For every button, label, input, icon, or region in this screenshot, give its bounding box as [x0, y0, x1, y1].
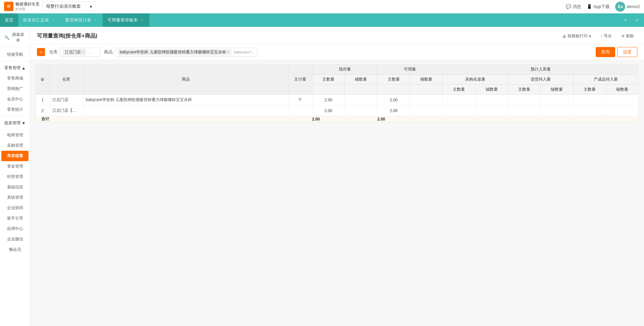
tab-available[interactable]: 可用量库存账本 × [103, 13, 149, 27]
logo-icon: 好 [4, 2, 13, 11]
th-ip-aux2: 辅数量 [541, 85, 573, 95]
message-label: 消息 [573, 4, 581, 10]
tab-available-close[interactable]: × [140, 18, 145, 22]
inventory-table: ⚙ 仓库 商品 主计量 现存量 [36, 64, 638, 122]
tab-receipts[interactable]: 收发存汇总表 × [18, 13, 60, 27]
search-menu-btn[interactable]: 🔍 搜索菜单 [3, 30, 27, 45]
settings-button[interactable]: 设置 [617, 47, 637, 57]
sidebar-item-app-center[interactable]: 应用中心 [0, 224, 30, 234]
sidebar-item-marketing[interactable]: 营销推广 [0, 84, 30, 94]
inventory-label: 库存核算 [7, 153, 23, 158]
sidebar-item-wholesale-mgmt[interactable]: 批发管理 ▼ [0, 118, 30, 128]
warehouse-tag: 江北门店 × [63, 49, 86, 55]
sidebar-item-retail-mgmt[interactable]: 零售管理 ▲ [0, 63, 30, 73]
cell-unit [288, 105, 312, 116]
tab-receipts-close[interactable]: × [51, 18, 56, 22]
query-button[interactable]: 查询 [596, 47, 615, 57]
product-tag-text: babycare学饮杯 儿童防摔防撞吸管杯重力球吸嘴杯宝宝水杯 [120, 49, 226, 55]
cell-stock-aux [345, 105, 377, 116]
table-row: 2 江北门店【... 2.00 2.00 [36, 105, 638, 116]
cell-warehouse: 江北门店 [49, 95, 83, 105]
product-filter: 商品 babycare学饮杯 儿童防摔防撞吸管杯重力球吸嘴杯宝宝水杯 × bab… [104, 48, 257, 57]
total-rest [410, 116, 638, 122]
user-profile[interactable]: Ea demo2 [615, 2, 640, 12]
total-stock-aux [345, 116, 377, 122]
print-btn[interactable]: 🖨 按模板打印 ▾ [559, 32, 594, 41]
message-icon: 💬 [566, 4, 571, 9]
org-selector[interactable]: 母婴行业演示账套 ▾ [42, 2, 96, 11]
enterprise-wechat-label: 企业微信 [7, 237, 23, 241]
logo-subtext: 标准版 [15, 7, 40, 11]
th-unit: 主计量 [288, 64, 312, 95]
print-icon: 🖨 [562, 34, 566, 39]
th-finished-pending: 产成品待入量 [573, 75, 638, 85]
app-download-action[interactable]: 📱 App下载 [587, 4, 610, 10]
system-label: 系统管理 [7, 195, 23, 200]
cell-ip-aux [541, 95, 573, 105]
product-input[interactable]: babycare学饮杯 儿童防摔防撞吸管杯重力球吸嘴杯宝宝水杯 × babyca… [115, 48, 257, 57]
th-available-label: 可用量 [404, 67, 416, 72]
warehouse-input[interactable]: 江北门店 × ... [60, 48, 100, 57]
message-action[interactable]: 💬 消息 [566, 4, 581, 10]
tab-orders[interactable]: 要货单统计表 × [60, 13, 103, 27]
chevron-down-icon: ▼ [22, 121, 26, 126]
refresh-btn[interactable]: ↺ 刷新 [618, 32, 637, 41]
sidebar-item-enterprise-wechat[interactable]: 企业微信 [0, 234, 30, 244]
tab-orders-close[interactable]: × [93, 18, 98, 22]
sidebar-item-inventory[interactable]: 库存核算 [1, 151, 29, 161]
filter-expand-btn[interactable]: » [37, 48, 45, 56]
sidebar-item-retail-mall[interactable]: 零售商城 [0, 73, 30, 84]
sidebar-item-system[interactable]: 系统管理 [0, 192, 30, 203]
sidebar-item-purchase[interactable]: 采购管理 [0, 140, 30, 151]
th-stock-group: 现存量 [312, 64, 377, 75]
search-icon: 🔍 [4, 35, 9, 40]
sidebar-item-ecommerce[interactable]: 电商管理 [0, 130, 30, 140]
th-avail-main: 主数量 [377, 75, 410, 85]
sidebar-item-basic-info[interactable]: 基础信息 [0, 182, 30, 192]
sidebar-item-vip[interactable]: 畅会员 [0, 244, 30, 255]
maximize-btn[interactable]: ⤢ [633, 16, 641, 25]
close-all-btn[interactable]: × [621, 16, 630, 25]
th-gear[interactable]: ⚙ [36, 64, 49, 95]
gear-icon[interactable]: ⚙ [41, 77, 44, 82]
cell-avail-aux [410, 105, 442, 116]
product-tag-close[interactable]: × [227, 50, 229, 54]
retail-stats-label: 零售统计 [7, 107, 23, 112]
warehouse-more[interactable]: ... [88, 50, 91, 54]
sidebar-item-enterprise-collab[interactable]: 企业协同 [0, 203, 30, 213]
th-ip-aux: 辅数量 [475, 85, 508, 95]
sidebar-item-quick-nav[interactable]: 快捷导航 [0, 49, 30, 60]
cell-stock-main: 2.00 [312, 105, 344, 116]
th-pt-main2 [377, 85, 410, 95]
table-row: 1 江北门店 babycare学饮杯 儿童防摔防撞吸管杯重力球吸嘴杯宝宝水杯 个… [36, 95, 638, 105]
sidebar-item-operations[interactable]: 经营管理 [0, 172, 30, 182]
chevron-icon: ▲ [22, 66, 26, 71]
tab-bar: 首页 收发存汇总表 × 要货单统计表 × 可用量库存账本 × × ⤢ [0, 13, 644, 27]
sidebar-item-retail-stats[interactable]: 零售统计 [0, 104, 30, 115]
page-content: 可用量查询(按仓库+商品) 🖨 按模板打印 ▾ ↑ 导出 ↺ 刷新 [30, 27, 644, 326]
enterprise-collab-label: 企业协同 [7, 205, 23, 210]
warehouse-tag-close[interactable]: × [82, 50, 84, 54]
tab-home[interactable]: 首页 [0, 13, 18, 27]
export-label: 导出 [604, 33, 612, 39]
app-center-label: 应用中心 [7, 226, 23, 231]
product-tag: babycare学饮杯 儿童防摔防撞吸管杯重力球吸嘴杯宝宝水杯 × [118, 49, 231, 55]
warehouse-filter: 仓库 江北门店 × ... [49, 48, 100, 57]
th-available-group: 可用量 [377, 64, 443, 75]
logo-name: 畅捷通好生意 [15, 2, 40, 6]
export-btn[interactable]: ↑ 导出 [597, 32, 615, 41]
cell-ip-aux [541, 105, 573, 116]
sidebar-item-member[interactable]: 会员中心 [0, 94, 30, 104]
sidebar-group-retail: 零售管理 ▲ 零售商城 营销推广 会员中心 零售统计 [0, 61, 30, 117]
sidebar-item-new-guide[interactable]: 新手引导 [0, 213, 30, 224]
th-fp-main: 主数量 [573, 85, 606, 95]
cell-index: 1 [36, 95, 49, 105]
sidebar-item-finance[interactable]: 资金管理 [0, 161, 30, 172]
cell-warehouse: 江北门店【... [49, 105, 83, 116]
th-pt-aux2 [410, 85, 442, 95]
retail-mall-label: 零售商城 [7, 76, 23, 81]
tab-orders-label: 要货单统计表 [65, 17, 91, 23]
tab-available-label: 可用量库存账本 [107, 17, 138, 23]
cell-pt-aux [475, 105, 508, 116]
cell-stock-main: 2.00 [312, 95, 344, 105]
